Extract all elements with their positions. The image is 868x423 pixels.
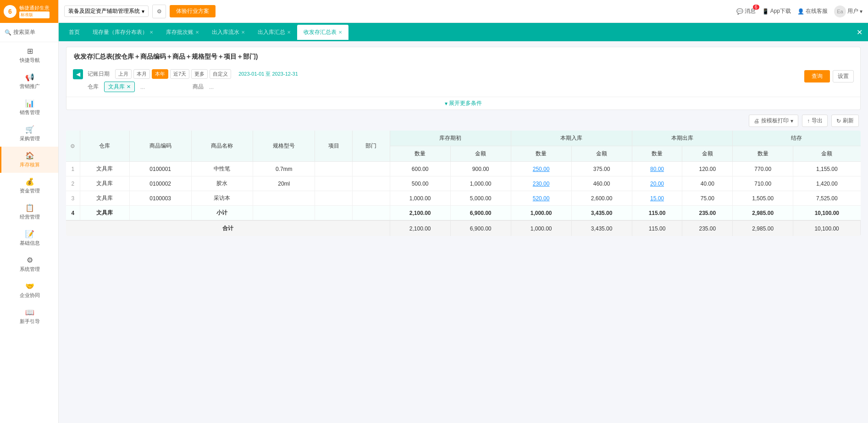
cell-goods-spec (253, 191, 315, 206)
date-btn-last-month[interactable]: 上月 (115, 69, 132, 79)
sidebar-item-finance[interactable]: 💰 资金管理 (0, 173, 58, 199)
cell-row-num: 2 (66, 176, 80, 191)
cell-out-qty: 15.00 (632, 191, 682, 206)
cell-warehouse: 文具库 (80, 191, 129, 206)
tab-inventory-dist[interactable]: 现存量（库存分布表） ✕ (86, 25, 160, 40)
th-settings: ⚙ (66, 131, 80, 162)
date-btn-more[interactable]: 更多 (191, 69, 208, 79)
refresh-button[interactable]: ↻ 刷新 (831, 115, 859, 127)
cell-warehouse: 文具库 (80, 162, 129, 176)
sidebar-item-system[interactable]: ⚙ 系统管理 (0, 251, 58, 277)
cell-opening-amt: 5,000.00 (450, 191, 511, 206)
query-button[interactable]: 查询 (804, 70, 830, 82)
table-row: 4文具库小计2,100.006,900.001,000.003,435.0011… (66, 206, 861, 221)
tab-receive-summary[interactable]: 收发存汇总表 ✕ (297, 25, 348, 40)
page-title-bar: 收发存汇总表(按仓库＋商品编码＋商品＋规格型号＋项目＋部门) (66, 47, 861, 65)
app-download-action[interactable]: 📱 App下载 (762, 7, 791, 15)
export-button[interactable]: ↑ 导出 (802, 115, 828, 127)
date-btn-this-month[interactable]: 本月 (133, 69, 150, 79)
cell-in-amt: 3,435.00 (571, 206, 632, 221)
cell-out-amt: 235.00 (682, 206, 733, 221)
cell-opening-qty: 500.00 (390, 176, 450, 191)
cell-project (315, 162, 353, 176)
search-icon: 🔍 (5, 29, 11, 36)
tab-home[interactable]: 首页 (62, 25, 86, 40)
template-print-button[interactable]: 🖨 按模板打印 ▾ (749, 115, 798, 127)
goods-more[interactable]: ... (209, 84, 214, 90)
system-icon: ⚙ (27, 256, 33, 264)
cell-opening-amt: 1,000.00 (450, 176, 511, 191)
th-in-qty: 数量 (511, 146, 571, 162)
date-btn-this-year[interactable]: 本年 (152, 69, 168, 79)
tab-batch-account[interactable]: 库存批次账 ✕ (160, 25, 205, 40)
online-service-action[interactable]: 👤 在线客服 (797, 7, 828, 15)
expand-conditions-button[interactable]: ▾ 展开更多条件 (66, 97, 860, 110)
th-balance-amt: 金额 (793, 146, 861, 162)
cell-opening-qty: 600.00 (390, 162, 450, 176)
cell-dept (352, 176, 390, 191)
top-header: 装备及固定资产辅助管理系统 ▾ ⚙ 体验行业方案 💬 消息 6 📱 App下载 … (59, 0, 868, 23)
cell-out-amt: 120.00 (682, 162, 733, 176)
th-warehouse: 仓库 (80, 131, 129, 162)
sidebar-item-inventory[interactable]: 🏠 库存核算 (0, 147, 58, 173)
warehouse-tag-remove[interactable]: ✕ (127, 84, 131, 90)
logo-badge: 标准版 (19, 11, 50, 18)
cell-balance-amt: 1,155.00 (793, 162, 861, 176)
purchase-icon: 🛒 (25, 125, 34, 134)
tab-inout-flow[interactable]: 出入库流水 ✕ (205, 25, 251, 40)
cell-goods-code (129, 206, 191, 221)
tab-close-inout-flow[interactable]: ✕ (241, 30, 245, 35)
sidebar-item-operation[interactable]: 📋 经营管理 (0, 199, 58, 225)
cell-goods-name: 中性笔 (191, 162, 253, 176)
tab-inout-summary[interactable]: 出入库汇总 ✕ (251, 25, 297, 40)
cell-project (315, 206, 353, 221)
sidebar-item-guide[interactable]: 📖 新手引导 (0, 303, 58, 330)
tab-close-receive-summary[interactable]: ✕ (338, 30, 342, 35)
sidebar-item-purchase[interactable]: 🛒 采购管理 (0, 121, 58, 147)
message-action[interactable]: 💬 消息 6 (736, 7, 756, 15)
chevron-down-icon: ▾ (142, 8, 144, 15)
sidebar-item-quick-nav[interactable]: ⊞ 快捷导航 (0, 42, 58, 68)
th-out-group: 本期出库 (632, 131, 733, 146)
cell-goods-spec: 20ml (253, 176, 315, 191)
phone-icon: 📱 (762, 8, 769, 15)
filter-collapse-button[interactable]: ◀ (73, 69, 83, 79)
cell-goods-spec: 0.7mm (253, 162, 315, 176)
guide-icon: 📖 (25, 308, 34, 317)
th-goods-code: 商品编码 (129, 131, 191, 162)
cell-warehouse: 文具库 (80, 206, 129, 221)
th-in-amt: 金额 (571, 146, 632, 162)
cell-balance-amt: 10,100.00 (793, 206, 861, 221)
tab-close-batch-account[interactable]: ✕ (195, 30, 199, 35)
marketing-icon: 📢 (25, 73, 34, 82)
cell-out-amt: 40.00 (682, 176, 733, 191)
system-title-text: 装备及固定资产辅助管理系统 (68, 7, 140, 15)
column-settings-icon[interactable]: ⚙ (70, 143, 75, 149)
message-icon: 💬 (736, 8, 743, 15)
tab-bar: 首页 现存量（库存分布表） ✕ 库存批次账 ✕ 出入库流水 ✕ 出入库汇总 ✕ … (59, 23, 868, 41)
tab-close-inventory-dist[interactable]: ✕ (149, 30, 153, 35)
sidebar-item-basic[interactable]: 📝 基础信息 (0, 225, 58, 251)
cell-out-qty: 80.00 (632, 162, 682, 176)
date-btn-custom[interactable]: 自定义 (210, 69, 231, 79)
tab-close-inout-summary[interactable]: ✕ (287, 30, 291, 35)
sidebar-item-enterprise[interactable]: 🤝 企业协同 (0, 277, 58, 303)
cell-opening-amt: 900.00 (450, 162, 511, 176)
sidebar-item-marketing[interactable]: 📢 营销推广 (0, 68, 58, 94)
th-project: 项目 (315, 131, 353, 162)
tab-bar-close-button[interactable]: ✕ (855, 26, 864, 38)
th-opening-amt: 金额 (450, 146, 511, 162)
sidebar-item-sales[interactable]: 📊 销售管理 (0, 94, 58, 121)
user-action[interactable]: Ea 用户 ▾ (834, 5, 862, 17)
table-settings-button[interactable]: 设置 (833, 70, 854, 82)
system-title-selector[interactable]: 装备及固定资产辅助管理系统 ▾ (64, 5, 149, 17)
table-row: 2文具库0100002胶水20ml500.001,000.00230.00460… (66, 176, 861, 191)
inventory-icon: 🏠 (25, 151, 34, 160)
header-settings-button[interactable]: ⚙ (152, 5, 166, 18)
search-menu-button[interactable]: 🔍 搜索菜单 (4, 27, 55, 38)
table-row: 1文具库0100001中性笔0.7mm600.00900.00250.00375… (66, 162, 861, 176)
warehouse-more[interactable]: ... (140, 84, 145, 90)
date-btn-7days[interactable]: 近7天 (170, 69, 189, 79)
cell-goods-code: 0100001 (129, 162, 191, 176)
experience-button[interactable]: 体验行业方案 (170, 5, 216, 17)
